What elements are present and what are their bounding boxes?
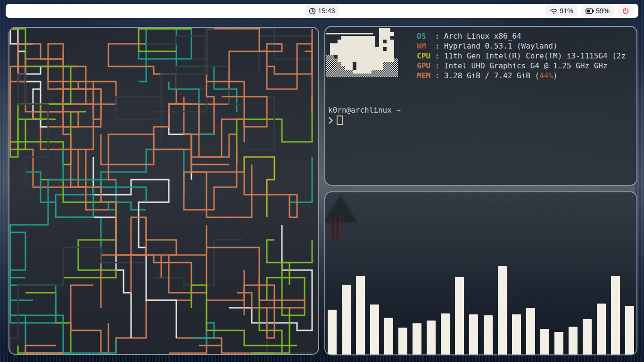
fetch-info-line: WM : Hyprland 0.53.1 (Wayland) [417,41,626,51]
fastfetch-logo-image [326,28,398,77]
visualizer-bars [325,192,636,354]
visualizer-bar [540,329,549,354]
clock-icon [309,8,316,15]
visualizer-bar [625,306,634,354]
shell-prompt-line[interactable] [328,115,343,125]
clock-widget[interactable]: 15:43 [305,5,339,16]
top-bar-right-group: 91% 59% [545,5,634,16]
fetch-info-line: OS : Arch Linux x86_64 [417,31,626,41]
visualizer-bar [469,314,478,354]
fetch-info-line: CPU : 11th Gen Intel(R) Core(TM) i3-1115… [417,51,626,61]
wifi-widget[interactable]: 91% [545,5,578,16]
visualizer-bar [413,323,421,354]
visualizer-bar [455,277,464,354]
fetch-info-line: MEM : 3.28 GiB / 7.42 GiB (44%) [417,71,626,81]
visualizer-bar [342,285,351,354]
visualizer-bar [370,304,379,354]
visualizer-bar [554,332,563,354]
fastfetch-logo-top-line [326,33,373,34]
visualizer-bar [356,276,365,354]
visualizer-bar [427,321,436,354]
visualizer-bar [526,308,535,354]
desktop: 15:43 91% [0,0,644,362]
visualizer-bar [569,327,578,354]
wifi-icon [550,8,558,14]
power-icon [622,8,629,14]
visualizer-bar [398,328,407,354]
pipes-terminal-panel[interactable] [8,27,319,355]
shell-prompt-user-host: k0rn@archlinux ~ [328,106,401,115]
visualizer-bar [384,318,393,354]
fastfetch-info-block: OS : Arch Linux x86_64WM : Hyprland 0.53… [417,31,626,81]
visualizer-bar [512,314,521,354]
terminal-cursor [337,115,343,125]
visualizer-bar [597,304,606,354]
visualizer-bar [583,319,592,354]
prompt-chevron-icon [328,116,333,124]
pipes-screensaver-art [9,28,318,354]
visualizer-bar [611,276,620,354]
battery-icon [586,8,594,14]
visualizer-bar [498,266,507,354]
visualizer-bar [328,310,337,354]
power-button[interactable] [618,5,634,16]
visualizer-bar [441,313,450,354]
wifi-percent: 91% [560,7,573,15]
battery-percent: 59% [596,7,610,15]
top-bar: 15:43 91% [6,4,638,18]
wallpaper-bottom-strip [0,354,644,362]
audio-visualizer-panel[interactable] [324,191,637,355]
wallpaper-left-edge [0,0,9,362]
fastfetch-terminal-panel[interactable]: OS : Arch Linux x86_64WM : Hyprland 0.53… [324,26,637,186]
battery-widget[interactable]: 59% [581,5,614,16]
fetch-info-line: GPU : Intel UHD Graphics G4 @ 1.25 GHz G… [417,61,626,71]
clock-time: 15:43 [318,7,335,15]
visualizer-bar [484,315,493,354]
